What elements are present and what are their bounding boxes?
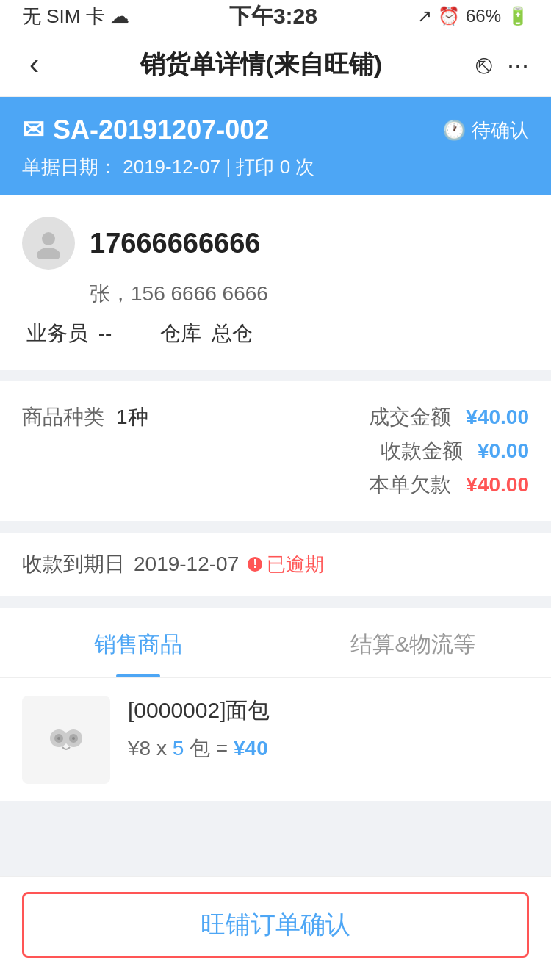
debt-amount-label: 本单欠款 — [369, 471, 451, 499]
overdue-badge: ! 已逾期 — [248, 552, 324, 577]
back-button[interactable]: ‹ — [22, 40, 46, 88]
nav-bar: ‹ 销货单详情(来自旺铺) ⎋ ··· — [0, 32, 551, 97]
svg-point-1 — [37, 248, 60, 259]
product-thumbnail — [22, 696, 110, 784]
customer-section: 17666666666 张，156 6666 6666 业务员 -- 仓库 总仓 — [0, 195, 551, 370]
page-title: 销货单详情(来自旺铺) — [140, 48, 382, 82]
product-name: [0000002]面包 — [128, 696, 529, 726]
alarm-icon: ⏰ — [438, 6, 460, 26]
deal-amount-label: 成交金额 — [369, 403, 451, 431]
order-id: ✉ SA-20191207-002 — [22, 115, 269, 145]
deal-amount-value: ¥40.00 — [466, 406, 529, 429]
location-icon: ↗ — [417, 6, 432, 26]
order-icon: ✉ — [22, 115, 44, 145]
overdue-text: 已逾期 — [267, 552, 324, 577]
overdue-icon: ! — [248, 557, 262, 572]
sales-person: 业务员 -- — [22, 320, 112, 347]
confirm-order-button[interactable]: 旺铺订单确认 — [22, 892, 529, 958]
status-time: 下午3:28 — [229, 1, 317, 32]
nav-actions: ⎋ ··· — [476, 49, 529, 80]
avatar — [22, 217, 75, 270]
battery-icon: 🔋 — [507, 6, 529, 26]
due-date-label: 收款到期日 — [22, 550, 125, 578]
received-amount-row: 收款金额 ¥0.00 — [381, 437, 529, 465]
order-date: 单据日期： 2019-12-07 | 打印 0 次 — [22, 154, 529, 180]
product-info: [0000002]面包 ¥8 x 5 包 = ¥40 — [128, 696, 529, 763]
more-button[interactable]: ··· — [507, 49, 529, 80]
sim-status: 无 SIM 卡 ☁ — [22, 4, 129, 29]
customer-phone: 17666666666 — [90, 228, 260, 259]
tabs-section: 销售商品 结算&物流等 — [0, 608, 551, 678]
status-bar: 无 SIM 卡 ☁ 下午3:28 ↗ ⏰ 66% 🔋 — [0, 0, 551, 32]
svg-point-6 — [57, 737, 60, 740]
order-status: 🕐 待确认 — [442, 118, 529, 143]
product-price: ¥8 x 5 包 = ¥40 — [128, 735, 529, 763]
warehouse: 仓库 总仓 — [156, 320, 253, 347]
summary-section: 商品种类 1种 成交金额 ¥40.00 收款金额 ¥0.00 本单欠款 ¥40.… — [0, 381, 551, 521]
tab-settlement[interactable]: 结算&物流等 — [276, 608, 551, 677]
bottom-bar: 旺铺订单确认 — [0, 876, 551, 980]
product-section: [0000002]面包 ¥8 x 5 包 = ¥40 — [0, 678, 551, 801]
battery-level: 66% — [466, 6, 501, 26]
svg-point-7 — [72, 737, 75, 740]
due-date-section: 收款到期日 2019-12-07 ! 已逾期 — [0, 533, 551, 596]
order-banner: ✉ SA-20191207-002 🕐 待确认 单据日期： 2019-12-07… — [0, 97, 551, 195]
received-amount-label: 收款金额 — [381, 437, 463, 465]
clock-icon: 🕐 — [442, 119, 466, 142]
product-type: 商品种类 1种 — [22, 403, 148, 431]
due-date-value: 2019-12-07 — [134, 552, 239, 576]
debt-amount-row: 本单欠款 ¥40.00 — [369, 471, 529, 499]
customer-meta: 业务员 -- 仓库 总仓 — [22, 320, 529, 347]
tabs-row: 销售商品 结算&物流等 — [0, 608, 551, 678]
status-left: 无 SIM 卡 ☁ — [22, 4, 129, 29]
deal-amount-row: 成交金额 ¥40.00 — [369, 403, 529, 431]
share-button[interactable]: ⎋ — [476, 49, 492, 80]
received-amount-value: ¥0.00 — [478, 439, 529, 463]
debt-amount-value: ¥40.00 — [466, 473, 529, 497]
svg-point-0 — [42, 232, 55, 245]
status-right: ↗ ⏰ 66% 🔋 — [417, 6, 529, 26]
customer-name: 张，156 6666 6666 — [90, 280, 529, 308]
tab-sales-product[interactable]: 销售商品 — [0, 608, 276, 677]
amount-summary: 成交金额 ¥40.00 收款金额 ¥0.00 本单欠款 ¥40.00 — [369, 403, 529, 499]
